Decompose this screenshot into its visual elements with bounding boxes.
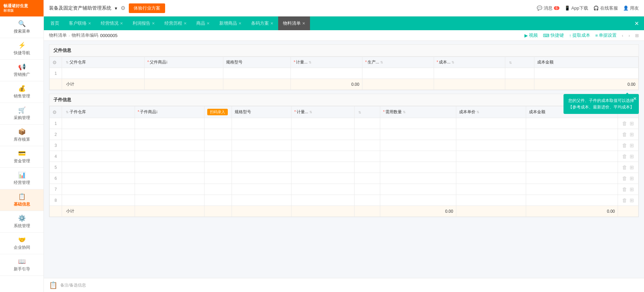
- delete-row-5-icon[interactable]: 🗑: [622, 164, 627, 170]
- experience-button[interactable]: 体验行业方案: [129, 3, 165, 13]
- nav-tab-8[interactable]: 物料清单✕: [278, 16, 310, 30]
- child-product-2[interactable]: [135, 129, 204, 140]
- child-warehouse-3[interactable]: [62, 140, 135, 151]
- child-scan-5[interactable]: [204, 162, 232, 173]
- child-product-5[interactable]: [135, 162, 204, 173]
- child-scan-3[interactable]: [204, 140, 232, 151]
- nav-tab-close-5[interactable]: ✕: [207, 21, 210, 26]
- copy-row-8-icon[interactable]: ⊞: [630, 197, 634, 203]
- child-cost-price-5[interactable]: [456, 162, 526, 173]
- child-unit-7[interactable]: [291, 184, 354, 195]
- copy-row-5-icon[interactable]: ⊞: [630, 164, 634, 170]
- child-scan-8[interactable]: [204, 195, 232, 206]
- sidebar-item-guide[interactable]: 📖 新手引导: [0, 254, 44, 276]
- child-cost-price-6[interactable]: [456, 173, 526, 184]
- nav-tab-close-4[interactable]: ✕: [184, 21, 187, 26]
- nav-tab-close-2[interactable]: ✕: [120, 21, 123, 26]
- child-qty-6[interactable]: [380, 173, 456, 184]
- child-spec-5[interactable]: [232, 162, 291, 173]
- nav-next-icon[interactable]: ›: [629, 33, 630, 38]
- child-scan-1[interactable]: [204, 118, 232, 129]
- child-spec-3[interactable]: [232, 140, 291, 151]
- child-product-6[interactable]: [135, 173, 204, 184]
- sidebar-item-finance[interactable]: 💳 资金管理: [0, 146, 44, 168]
- child-qty-2[interactable]: [380, 129, 456, 140]
- child-spec-1[interactable]: [232, 118, 291, 129]
- parent-product-cell[interactable]: [145, 68, 223, 79]
- sidebar-item-purchase[interactable]: 🛒 采购管理: [0, 103, 44, 125]
- child-extra-7[interactable]: [355, 184, 380, 195]
- child-scan-6[interactable]: [204, 173, 232, 184]
- child-product-7[interactable]: [135, 184, 204, 195]
- parent-cost-cell[interactable]: [434, 68, 505, 79]
- child-warehouse-5[interactable]: [62, 162, 135, 173]
- delete-row-7-icon[interactable]: 🗑: [622, 186, 627, 192]
- child-spec-7[interactable]: [232, 184, 291, 195]
- child-cost-price-3[interactable]: [456, 140, 526, 151]
- online-service-button[interactable]: 🎧 在线客服: [593, 5, 618, 11]
- scan-input-button[interactable]: 扫码录入: [207, 109, 228, 115]
- delete-row-8-icon[interactable]: 🗑: [622, 197, 627, 203]
- nav-tab-7[interactable]: 条码方案✕: [246, 16, 278, 30]
- copy-row-4-icon[interactable]: ⊞: [630, 153, 634, 159]
- parent-warehouse-cell[interactable]: [62, 68, 145, 79]
- nav-tab-close-3[interactable]: ✕: [152, 21, 155, 26]
- gear-icon[interactable]: ⚙: [52, 109, 57, 115]
- child-unit-1[interactable]: [291, 118, 354, 129]
- single-settings-button[interactable]: ≡ 单据设置: [595, 32, 617, 38]
- child-cost-price-2[interactable]: [456, 129, 526, 140]
- child-qty-5[interactable]: [380, 162, 456, 173]
- child-unit-3[interactable]: [291, 140, 354, 151]
- child-unit-5[interactable]: [291, 162, 354, 173]
- child-qty-3[interactable]: [380, 140, 456, 151]
- nav-tab-2[interactable]: 经营情况✕: [96, 16, 128, 30]
- parent-unit-cell[interactable]: [291, 68, 362, 79]
- child-unit-8[interactable]: [291, 195, 354, 206]
- sidebar-item-inventory[interactable]: 📦 库存核算: [0, 125, 44, 146]
- copy-row-7-icon[interactable]: ⊞: [630, 186, 634, 192]
- child-scan-2[interactable]: [204, 129, 232, 140]
- nav-tab-3[interactable]: 利润报告✕: [128, 16, 160, 30]
- child-scan-4[interactable]: [204, 151, 232, 162]
- sidebar-item-sales[interactable]: 💰 销售管理: [0, 81, 44, 103]
- message-button[interactable]: 💬 消息 6: [537, 5, 559, 11]
- nav-tab-close-7[interactable]: ✕: [270, 21, 273, 26]
- close-all-tabs-icon[interactable]: ✕: [631, 20, 642, 27]
- child-extra-5[interactable]: [355, 162, 380, 173]
- child-spec-2[interactable]: [232, 129, 291, 140]
- notes-icon[interactable]: 📋: [49, 281, 58, 289]
- child-unit-6[interactable]: [291, 173, 354, 184]
- parent-production-cell[interactable]: [362, 68, 434, 79]
- child-cost-price-7[interactable]: [456, 184, 526, 195]
- nav-tab-5[interactable]: 商品✕: [191, 16, 214, 30]
- child-warehouse-8[interactable]: [62, 195, 135, 206]
- child-warehouse-6[interactable]: [62, 173, 135, 184]
- video-button[interactable]: ▶ 视频: [524, 32, 538, 38]
- child-spec-8[interactable]: [232, 195, 291, 206]
- copy-row-3-icon[interactable]: ⊞: [630, 142, 634, 148]
- child-warehouse-1[interactable]: [62, 118, 135, 129]
- nav-tab-close-6[interactable]: ✕: [238, 21, 242, 26]
- sidebar-item-system[interactable]: ⚙️ 系统管理: [0, 211, 44, 233]
- sidebar-item-cooperation[interactable]: 🤝 企业协同: [0, 233, 44, 254]
- nav-tab-0[interactable]: 首页: [46, 16, 64, 30]
- nav-tab-1[interactable]: 客户联络✕: [64, 16, 96, 30]
- child-spec-6[interactable]: [232, 173, 291, 184]
- nav-tab-close-8[interactable]: ✕: [302, 21, 305, 26]
- child-qty-1[interactable]: [380, 118, 456, 129]
- child-warehouse-4[interactable]: [62, 151, 135, 162]
- system-dropdown[interactable]: ▾: [115, 5, 117, 11]
- parent-spec-cell[interactable]: [223, 68, 290, 79]
- child-product-4[interactable]: [135, 151, 204, 162]
- copy-row-6-icon[interactable]: ⊞: [630, 175, 634, 181]
- child-qty-7[interactable]: [380, 184, 456, 195]
- delete-row-4-icon[interactable]: 🗑: [622, 153, 627, 159]
- child-product-1[interactable]: [135, 118, 204, 129]
- child-unit-4[interactable]: [291, 151, 354, 162]
- grid-view-icon[interactable]: ⊞: [635, 33, 639, 38]
- child-warehouse-2[interactable]: [62, 129, 135, 140]
- child-cost-price-8[interactable]: [456, 195, 526, 206]
- extract-cost-button[interactable]: ↑ 提取成本: [569, 32, 590, 38]
- user-button[interactable]: 👤 用友: [623, 5, 639, 11]
- settings-gear-icon[interactable]: ⚙: [121, 5, 125, 11]
